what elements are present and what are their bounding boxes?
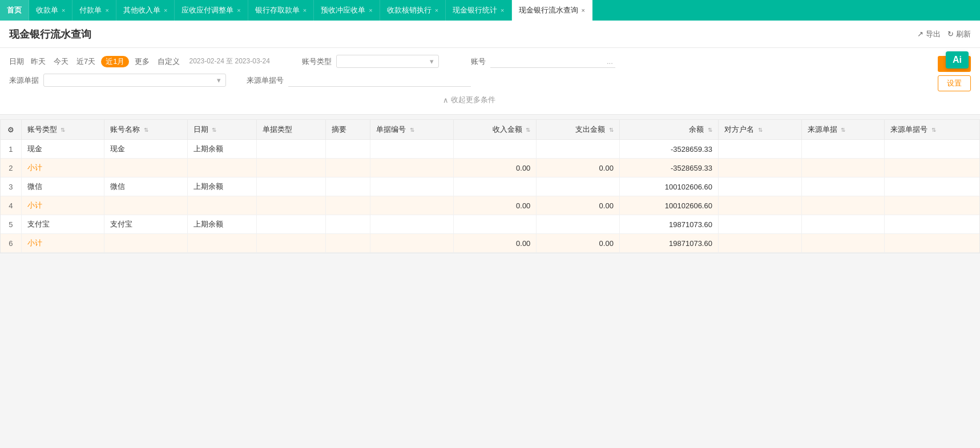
account-filter-group: 账号 ... xyxy=(471,55,615,68)
account-input[interactable] xyxy=(490,55,604,67)
table-row[interactable]: 2小计0.000.00-3528659.33 xyxy=(1,159,979,177)
nav-ar-ap-adjust[interactable]: 应收应付调整单 × xyxy=(175,0,248,21)
cell-account-type: 现金 xyxy=(21,140,104,159)
col-source-doc-label: 来源单据 xyxy=(808,125,837,134)
nav-payments[interactable]: 付款单 × xyxy=(72,0,116,21)
cell-date xyxy=(187,234,256,253)
cell-doc-no xyxy=(370,234,454,253)
date-shortcut-7days[interactable]: 近7天 xyxy=(74,56,98,67)
data-table-container: ⚙ 账号类型 ⇅ 账号名称 ⇅ 日期 ⇅ 单据类型 摘要 xyxy=(0,119,980,253)
nav-cash-bank-flow[interactable]: 现金银行流水查询 × xyxy=(512,0,592,21)
account-type-select[interactable]: ▾ xyxy=(336,55,439,68)
page-header: 现金银行流水查询 ↗ 导出 ↻ 刷新 xyxy=(0,21,980,48)
export-icon: ↗ xyxy=(917,30,923,38)
account-more-icon[interactable]: ... xyxy=(604,57,615,66)
col-summary: 摘要 xyxy=(326,120,370,140)
collapse-label: 收起更多条件 xyxy=(451,95,495,105)
nav-cash-bank-flow-label: 现金银行流水查询 xyxy=(519,5,578,15)
cell-doc-type xyxy=(256,215,325,234)
nav-receipt-verification-close[interactable]: × xyxy=(435,7,438,14)
cell-account-type: 小计 xyxy=(21,234,104,253)
cell-summary xyxy=(326,196,370,215)
table-row[interactable]: 4小计0.000.00100102606.60 xyxy=(1,196,979,215)
table-row[interactable]: 6小计0.000.0019871073.60 xyxy=(1,234,979,253)
settings-button[interactable]: 设置 xyxy=(938,75,971,91)
nav-receipt-verification[interactable]: 收款核销执行 × xyxy=(380,0,446,21)
col-income-sort-icon[interactable]: ⇅ xyxy=(526,127,530,133)
account-type-filter-group: 账号类型 ▾ xyxy=(302,55,439,68)
col-date: 日期 ⇅ xyxy=(187,120,256,140)
cell-num: 2 xyxy=(1,159,21,177)
table-row[interactable]: 1现金现金上期余额-3528659.33 xyxy=(1,140,979,159)
col-balance-sort-icon[interactable]: ⇅ xyxy=(708,127,712,133)
nav-other-income-close[interactable]: × xyxy=(164,7,167,14)
nav-bank-deposit[interactable]: 银行存取款单 × xyxy=(248,0,314,21)
nav-payments-close[interactable]: × xyxy=(105,7,108,14)
col-doc-no-sort-icon[interactable]: ⇅ xyxy=(410,127,414,133)
cell-expense xyxy=(537,177,620,196)
cell-account-type: 小计 xyxy=(21,159,104,177)
cell-expense: 0.00 xyxy=(537,196,620,215)
nav-cash-bank-stats[interactable]: 现金银行统计 × xyxy=(446,0,511,21)
collapse-bar[interactable]: ∧ 收起更多条件 xyxy=(9,92,929,107)
col-date-sort-icon[interactable]: ⇅ xyxy=(212,127,216,133)
cell-counterparty xyxy=(718,140,801,159)
date-shortcut-custom[interactable]: 自定义 xyxy=(155,56,182,67)
cell-date xyxy=(187,159,256,177)
source-doc-no-input[interactable] xyxy=(288,74,471,86)
col-balance: 余额 ⇅ xyxy=(619,120,718,140)
cell-summary xyxy=(326,177,370,196)
col-account-type-label: 账号类型 xyxy=(27,125,57,134)
nav-receipts-close[interactable]: × xyxy=(62,7,65,14)
col-settings[interactable]: ⚙ xyxy=(1,120,21,140)
date-shortcut-1month[interactable]: 近1月 xyxy=(101,56,129,67)
ai-badge[interactable]: Ai xyxy=(946,51,969,68)
date-shortcut-yesterday[interactable]: 昨天 xyxy=(29,56,48,67)
date-filter-group: 日期 昨天 今天 近7天 近1月 更多 自定义 2023-02-24 至 202… xyxy=(9,56,270,67)
cell-account-name xyxy=(104,159,188,177)
refresh-button[interactable]: ↻ 刷新 xyxy=(947,29,971,39)
nav-advance-offset-close[interactable]: × xyxy=(369,7,372,14)
cell-num: 3 xyxy=(1,177,21,196)
settings-gear-icon[interactable]: ⚙ xyxy=(7,126,14,134)
date-shortcut-today[interactable]: 今天 xyxy=(51,56,71,67)
source-doc-no-filter-group: 来源单据号 xyxy=(247,74,471,87)
col-expense-sort-icon[interactable]: ⇅ xyxy=(609,127,614,133)
col-counterparty-sort-icon[interactable]: ⇅ xyxy=(758,127,763,133)
cell-balance: 19871073.60 xyxy=(619,234,718,253)
date-shortcut-more[interactable]: 更多 xyxy=(132,56,152,67)
table-row[interactable]: 5支付宝支付宝上期余额19871073.60 xyxy=(1,215,979,234)
cell-counterparty xyxy=(718,177,801,196)
cell-balance: 100102606.60 xyxy=(619,196,718,215)
header-actions: ↗ 导出 ↻ 刷新 xyxy=(917,29,971,39)
table-row[interactable]: 3微信微信上期余额100102606.60 xyxy=(1,177,979,196)
cell-doc-no xyxy=(370,159,454,177)
col-source-doc-no-sort-icon[interactable]: ⇅ xyxy=(931,127,936,133)
cell-date: 上期余额 xyxy=(187,177,256,196)
nav-ar-ap-adjust-close[interactable]: × xyxy=(237,7,240,14)
nav-home[interactable]: 首页 xyxy=(0,0,29,21)
col-account-name-sort-icon[interactable]: ⇅ xyxy=(144,127,148,133)
cell-counterparty xyxy=(718,234,801,253)
nav-bank-deposit-close[interactable]: × xyxy=(303,7,306,14)
cell-source-doc-no xyxy=(885,196,979,215)
cell-account-name xyxy=(104,196,188,215)
col-doc-type: 单据类型 xyxy=(256,120,325,140)
cell-source-doc xyxy=(801,215,885,234)
nav-cash-bank-flow-close[interactable]: × xyxy=(582,7,585,14)
cell-num: 1 xyxy=(1,140,21,159)
col-account-type-sort-icon[interactable]: ⇅ xyxy=(61,127,65,133)
date-shortcuts: 昨天 今天 近7天 近1月 更多 自定义 xyxy=(29,56,182,67)
nav-cash-bank-stats-close[interactable]: × xyxy=(501,7,504,14)
export-button[interactable]: ↗ 导出 xyxy=(917,29,941,39)
col-source-doc-sort-icon[interactable]: ⇅ xyxy=(841,127,845,133)
nav-receipts[interactable]: 收款单 × xyxy=(29,0,72,21)
col-balance-label: 余额 xyxy=(689,125,704,134)
source-doc-select[interactable]: ▾ xyxy=(43,74,226,87)
cell-doc-type xyxy=(256,196,325,215)
nav-advance-offset[interactable]: 预收冲应收单 × xyxy=(314,0,380,21)
refresh-icon: ↻ xyxy=(947,30,954,38)
cell-expense: 0.00 xyxy=(537,234,620,253)
nav-home-label: 首页 xyxy=(7,5,22,15)
nav-other-income[interactable]: 其他收入单 × xyxy=(116,0,175,21)
